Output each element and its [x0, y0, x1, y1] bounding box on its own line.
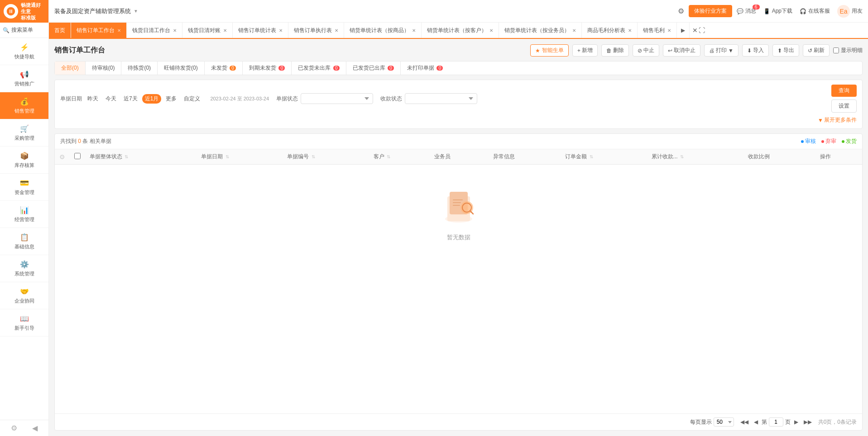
tab-close-sales-goods[interactable]: ✕: [412, 28, 416, 33]
select-all-checkbox[interactable]: [74, 153, 81, 159]
sidebar-item-operations[interactable]: 📊 经营管理: [0, 201, 48, 228]
tab-close-sales-customer[interactable]: ✕: [489, 28, 493, 33]
tab-gross-profit[interactable]: 商品毛利分析表 ✕: [582, 23, 638, 38]
date-opt-custom[interactable]: 自定义: [181, 94, 203, 104]
sidebar-item-finance[interactable]: 💳 资金管理: [0, 174, 48, 201]
sort-status-icon[interactable]: ⇅: [125, 154, 128, 159]
date-opt-yesterday[interactable]: 昨天: [85, 94, 101, 104]
export-button[interactable]: ⬆ 导出: [772, 44, 799, 57]
finance-icon: 💳: [20, 178, 29, 187]
online-service-button[interactable]: 🎧 在线客服: [800, 7, 830, 15]
page-prev-button[interactable]: ◀: [752, 418, 760, 426]
tab-sales-exec[interactable]: 销售订单执行表 ✕: [288, 23, 344, 38]
tab-sales-order[interactable]: 销售订单工作台 ✕: [71, 23, 127, 38]
sidebar-collapse-btn[interactable]: ◀: [32, 424, 38, 432]
date-opt-1month[interactable]: 近1月: [142, 94, 162, 104]
tab-expand-button[interactable]: ⛶: [699, 27, 705, 34]
sort-amount-icon[interactable]: ⇅: [590, 154, 593, 159]
tab-sales-gross[interactable]: 销售毛利 ✕: [638, 23, 677, 38]
tab-home[interactable]: 首页: [49, 23, 71, 38]
filter-settings-button[interactable]: 设置: [831, 100, 857, 113]
status-select[interactable]: [301, 93, 373, 104]
industry-solution-button[interactable]: 体验行业方案: [689, 5, 732, 17]
page-first-button[interactable]: ◀◀: [739, 418, 750, 426]
table-info-bar: 共找到 0 条 相关单据 审核 弃审 发货: [55, 134, 862, 149]
filter-tab-shipped-out[interactable]: 已发货已出库 0: [346, 62, 401, 75]
filter-tab-all[interactable]: 全部(0): [55, 62, 86, 75]
tab-more-button[interactable]: ▶: [677, 23, 690, 38]
tab-cash-daily[interactable]: 钱货日清工作台 ✕: [127, 23, 182, 38]
date-opt-more[interactable]: 更多: [163, 94, 179, 104]
table-scroll-container[interactable]: ⚙ 单据整体状态 ⇅ 单据日期 ⇅: [55, 149, 862, 413]
date-opt-7days[interactable]: 近7天: [121, 94, 140, 104]
delete-button[interactable]: 🗑 删除: [601, 44, 629, 57]
filter-tab-wangpu-ship[interactable]: 旺铺待发货(0): [158, 62, 205, 75]
tab-sales-staff[interactable]: 销货单统计表（按业务员） ✕: [499, 23, 582, 38]
tab-close-cash-daily[interactable]: ✕: [173, 28, 177, 33]
search-menu-item[interactable]: 🔍 搜索菜单: [0, 23, 48, 38]
tab-close-gross-profit[interactable]: ✕: [628, 28, 632, 33]
filter-tab-pending-review[interactable]: 待审核(0): [86, 62, 122, 75]
page-size-select[interactable]: 20 50 100: [714, 417, 734, 427]
message-icon: 💬: [737, 8, 743, 14]
sidebar-settings-btn[interactable]: ⚙: [11, 424, 17, 432]
show-detail-checkbox-label[interactable]: 显示明细: [833, 47, 863, 54]
message-button[interactable]: 💬 消息 6: [737, 7, 756, 15]
sidebar-item-guide[interactable]: 📖 新手引导: [0, 309, 48, 336]
send-dot: [842, 140, 844, 143]
tab-cash-reconcile[interactable]: 钱货日清对账 ✕: [182, 23, 233, 38]
column-config-icon[interactable]: ⚙: [59, 153, 65, 161]
app-title-dropdown-icon[interactable]: ▼: [134, 9, 138, 14]
sidebar-item-inventory[interactable]: 📦 库存核算: [0, 147, 48, 174]
sidebar-item-sales[interactable]: 💰 销售管理: [0, 92, 48, 119]
tab-prev-button[interactable]: ✕: [692, 27, 698, 34]
sidebar-item-purchase[interactable]: 🛒 采购管理: [0, 119, 48, 147]
sidebar-item-marketing[interactable]: 📢 营销推广: [0, 65, 48, 92]
tab-close-cash-reconcile[interactable]: ✕: [223, 28, 227, 33]
user-profile-button[interactable]: Ea 用友: [837, 5, 863, 18]
show-detail-checkbox[interactable]: [833, 47, 839, 53]
sidebar-item-basic[interactable]: 📋 基础信息: [0, 228, 48, 255]
payment-select[interactable]: [405, 93, 477, 104]
col-header-date: 单据日期 ⇅: [197, 149, 283, 165]
quick-reject-button[interactable]: 弃审: [821, 137, 836, 145]
filter-tab-unprinted[interactable]: 未打印单据 0: [401, 62, 449, 75]
refresh-button[interactable]: ↺ 刷新: [803, 44, 830, 57]
expand-conditions-button[interactable]: ▼ 展开更多条件: [818, 116, 857, 124]
sort-number-icon[interactable]: ⇅: [312, 154, 315, 159]
filter-tab-overdue-unshipped[interactable]: 到期未发货 0: [243, 62, 292, 75]
query-button[interactable]: 查询: [831, 85, 857, 97]
import-button[interactable]: ⬇ 导入: [742, 44, 769, 57]
stop-button[interactable]: ⊘ 中止: [633, 44, 659, 57]
tab-close-sales-gross[interactable]: ✕: [667, 28, 671, 33]
tab-sales-customer[interactable]: 销货单统计表（按客户） ✕: [422, 23, 499, 38]
print-button[interactable]: 🖨 打印 ▼: [704, 44, 739, 57]
tab-close-sales-order[interactable]: ✕: [117, 28, 121, 33]
sidebar-item-quick-nav[interactable]: ⚡ 快捷导航: [0, 38, 48, 65]
add-button[interactable]: + 新增: [572, 44, 598, 57]
quick-send-button[interactable]: 发货: [842, 137, 857, 145]
quick-audit-button[interactable]: 审核: [801, 137, 816, 145]
page-number-input[interactable]: [769, 417, 783, 427]
page-last-button[interactable]: ▶▶: [802, 418, 814, 426]
tab-close-sales-staff[interactable]: ✕: [572, 28, 576, 33]
smart-create-button[interactable]: ★ 智能生单: [530, 44, 569, 57]
header-settings-icon[interactable]: ⚙: [678, 7, 684, 15]
sort-cumulative-icon[interactable]: ⇅: [680, 154, 684, 159]
cancel-stop-button[interactable]: ↩ 取消中止: [663, 44, 700, 57]
tab-sales-stats[interactable]: 销售订单统计表 ✕: [233, 23, 288, 38]
filter-tab-shipped-not-out[interactable]: 已发货未出库 0: [292, 62, 346, 75]
sort-date-icon[interactable]: ⇅: [225, 154, 229, 159]
filter-tab-unshipped[interactable]: 未发货 0: [205, 62, 243, 75]
system-icon: ⚙️: [20, 260, 29, 269]
tab-close-sales-stats[interactable]: ✕: [279, 28, 283, 33]
sidebar-item-enterprise[interactable]: 🤝 企业协同: [0, 282, 48, 309]
date-opt-today[interactable]: 今天: [103, 94, 119, 104]
tab-close-sales-exec[interactable]: ✕: [335, 28, 338, 33]
page-next-button[interactable]: ▶: [792, 418, 800, 426]
tab-sales-goods[interactable]: 销货单统计表（按商品） ✕: [344, 23, 422, 38]
sort-customer-icon[interactable]: ⇅: [387, 154, 390, 159]
filter-tab-pending-pick[interactable]: 待拣货(0): [121, 62, 158, 75]
app-download-button[interactable]: 📱 App下载: [763, 7, 792, 15]
sidebar-item-system[interactable]: ⚙️ 系统管理: [0, 255, 48, 282]
